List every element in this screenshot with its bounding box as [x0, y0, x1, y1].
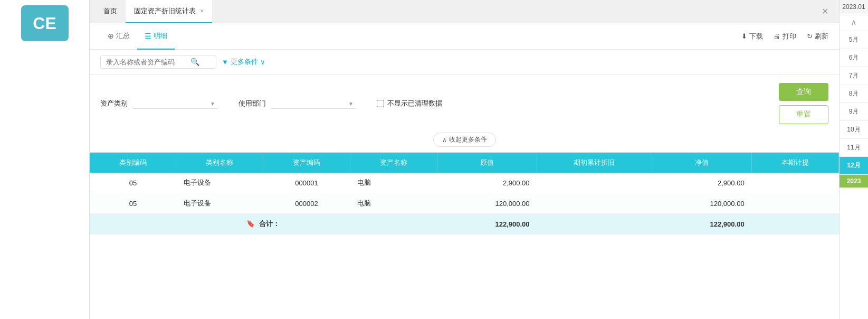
tab-summary[interactable]: ⊕ 汇总: [100, 23, 137, 50]
col-header-asset-code: 资产编码: [263, 153, 350, 173]
window-close-button[interactable]: ✕: [822, 6, 828, 16]
month-item-5[interactable]: 5月: [840, 31, 868, 49]
cell-category-code: 05: [90, 173, 176, 193]
cell-original-value: 2,900.00: [437, 173, 537, 193]
month-item-7[interactable]: 7月: [840, 67, 868, 85]
total-period-depreciation: [752, 214, 839, 234]
cell-original-value: 120,000.00: [437, 193, 537, 214]
col-header-asset-name: 资产名称: [350, 153, 437, 173]
download-button[interactable]: ⬇ 下载: [741, 32, 763, 41]
summary-icon: ⊕: [108, 32, 114, 40]
table-total-row: 🔖 合计： 122,900.00 122,900.00: [90, 214, 839, 234]
cell-asset-code: 000002: [263, 193, 350, 214]
year-badge: 2023: [840, 175, 868, 187]
asset-category-label: 资产类别: [100, 99, 128, 108]
toolbar-actions: ⬇ 下载 🖨 打印 ↻ 刷新: [741, 32, 828, 41]
col-header-accumulated-depreciation: 期初累计折旧: [537, 153, 652, 173]
search-wrap: 🔍: [100, 55, 216, 69]
month-nav-up-button[interactable]: ∧: [840, 14, 868, 31]
total-icon: 🔖: [246, 220, 255, 228]
col-header-category-name: 类别名称: [176, 153, 263, 173]
tab-bar: 首页 固定资产折旧统计表 × ✕: [90, 0, 839, 23]
month-item-11[interactable]: 11月: [840, 139, 868, 157]
table-row: 05 电子设备 000001 电脑 2,900.00 2,900.00: [90, 173, 839, 193]
asset-category-select[interactable]: [133, 98, 217, 109]
month-sidebar: 2023.01 ∧ 5月 6月 7月 8月 9月 10月 11月 12月 202…: [839, 0, 868, 319]
total-asset-name: [350, 214, 437, 234]
month-item-12[interactable]: 12月: [840, 157, 868, 175]
cell-asset-name: 电脑: [350, 193, 437, 214]
toolbar: ⊕ 汇总 ☰ 明细 ⬇ 下载 🖨 打印 ↻ 刷新: [90, 23, 839, 50]
month-item-6[interactable]: 6月: [840, 49, 868, 67]
hide-cleared-field: 不显示已清理数据: [377, 99, 442, 108]
tab-home[interactable]: 首页: [95, 0, 126, 23]
col-header-category-code: 类别编码: [90, 153, 176, 173]
total-label: 🔖 合计：: [176, 214, 350, 234]
col-header-net-value: 净值: [652, 153, 751, 173]
print-icon: 🖨: [774, 32, 780, 40]
chevron-up-icon: ∧: [442, 136, 447, 144]
cell-category-name: 电子设备: [176, 193, 263, 214]
data-table: 类别编码 类别名称 资产编码 资产名称 原值 期初累计折旧 净值 本期计提 05…: [90, 153, 839, 234]
cell-asset-code: 000001: [263, 173, 350, 193]
department-field: 使用部门 ▼: [239, 98, 356, 109]
collapse-button[interactable]: ∧ 收起更多条件: [433, 133, 496, 147]
refresh-button[interactable]: ↻ 刷新: [807, 32, 828, 41]
detail-icon: ☰: [145, 32, 151, 40]
cell-category-name: 电子设备: [176, 173, 263, 193]
cell-asset-name: 电脑: [350, 173, 437, 193]
total-accumulated-depreciation: [537, 214, 652, 234]
chevron-down-icon: ∨: [260, 58, 265, 66]
month-item-10[interactable]: 10月: [840, 121, 868, 139]
filter-button-group: 查询 重置: [779, 83, 828, 124]
cell-net-value: 2,900.00: [652, 173, 751, 193]
col-header-period-depreciation: 本期计提: [752, 153, 839, 173]
search-icon[interactable]: 🔍: [190, 58, 199, 66]
cell-category-code: 05: [90, 193, 176, 214]
total-net-value: 122,900.00: [652, 214, 751, 234]
download-icon: ⬇: [741, 32, 747, 40]
table-row: 05 电子设备 000002 电脑 120,000.00 120,000.00: [90, 193, 839, 214]
department-select-wrap: ▼: [271, 98, 356, 109]
tab-detail[interactable]: ☰ 明细: [137, 23, 175, 50]
department-select[interactable]: [271, 98, 356, 109]
col-header-original-value: 原值: [437, 153, 537, 173]
advanced-filter: 资产类别 ▼ 使用部门 ▼ 不显示已清: [90, 74, 839, 153]
total-label-cell: [90, 214, 176, 234]
more-conditions-button[interactable]: ▼ 更多条件 ∨: [222, 57, 265, 67]
asset-category-select-wrap: ▼: [133, 98, 217, 109]
cell-period-depreciation: [752, 173, 839, 193]
search-input[interactable]: [106, 58, 190, 66]
table-header-row: 类别编码 类别名称 资产编码 资产名称 原值 期初累计折旧 净值 本期计提: [90, 153, 839, 173]
query-button[interactable]: 查询: [779, 83, 828, 101]
cell-accumulated-depreciation: [537, 173, 652, 193]
hide-cleared-label: 不显示已清理数据: [387, 99, 442, 108]
table-wrap: 类别编码 类别名称 资产编码 资产名称 原值 期初累计折旧 净值 本期计提 05…: [90, 153, 839, 319]
reset-button[interactable]: 重置: [779, 105, 828, 124]
tab-active[interactable]: 固定资产折旧统计表 ×: [126, 0, 212, 23]
refresh-icon: ↻: [807, 32, 813, 40]
filter-icon: ▼: [222, 58, 228, 66]
month-sidebar-header: 2023.01: [840, 0, 868, 14]
total-original-value: 122,900.00: [437, 214, 537, 234]
sidebar-logo: CE: [21, 5, 69, 41]
month-item-8[interactable]: 8月: [840, 85, 868, 103]
cell-period-depreciation: [752, 193, 839, 214]
cell-accumulated-depreciation: [537, 193, 652, 214]
cell-net-value: 120,000.00: [652, 193, 751, 214]
department-label: 使用部门: [239, 99, 266, 108]
asset-category-field: 资产类别 ▼: [100, 98, 217, 109]
month-item-9[interactable]: 9月: [840, 103, 868, 121]
collapse-button-wrap: ∧ 收起更多条件: [100, 133, 828, 147]
print-button[interactable]: 🖨 打印: [774, 32, 796, 41]
filter-area: 🔍 ▼ 更多条件 ∨: [90, 50, 839, 74]
tab-close-icon[interactable]: ×: [200, 7, 204, 15]
hide-cleared-checkbox[interactable]: [377, 100, 384, 107]
